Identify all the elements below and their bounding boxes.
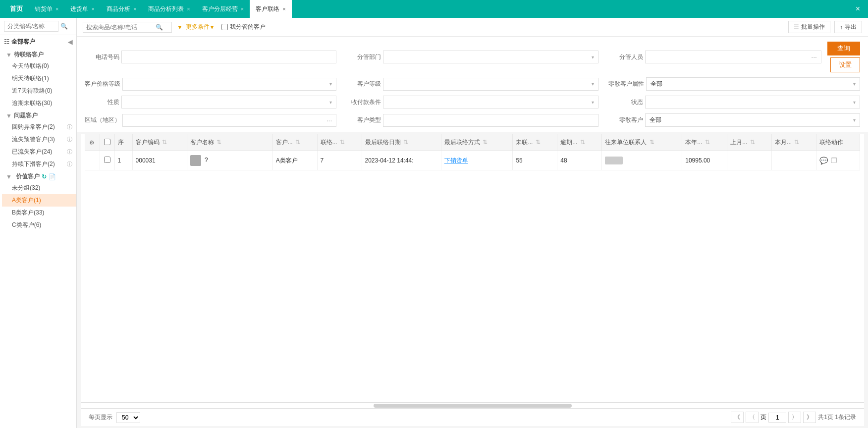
sidebar-item-today-contact[interactable]: 今天待联络(0) — [2, 60, 76, 72]
sidebar-item-week-contact[interactable]: 近7天待联络(0) — [2, 85, 76, 97]
filter-payment-select[interactable]: ▾ — [383, 96, 598, 108]
close-goods-list-icon[interactable]: × — [187, 6, 190, 12]
value-arrow-icon: ▼ — [6, 173, 12, 180]
close-customer-contact-icon[interactable]: × — [282, 6, 285, 12]
nav-item-sales[interactable]: 销货单 × — [29, 0, 64, 18]
row-checkbox[interactable] — [104, 157, 110, 163]
filter-manager-select[interactable]: ··· — [645, 51, 821, 63]
select-all-checkbox[interactable] — [104, 139, 110, 145]
filter-phone-input[interactable] — [121, 51, 336, 63]
status-arrow-icon: ▾ — [853, 100, 856, 105]
filter-status-select[interactable]: ▾ — [645, 96, 860, 108]
filter-price-select[interactable]: ▾ — [122, 78, 336, 91]
sort-year-amount-icon[interactable]: ⇅ — [705, 139, 710, 146]
filter-customer-level-select[interactable]: ▾ — [383, 78, 598, 91]
close-all-button[interactable]: × — [852, 4, 864, 13]
first-page-button[interactable]: 《 — [731, 412, 744, 423]
last-page-button[interactable]: 》 — [803, 412, 816, 423]
sidebar-collapse-icon[interactable]: ◀ — [68, 39, 72, 46]
sort-type-icon[interactable]: ⇅ — [295, 139, 300, 146]
sidebar-search-input[interactable] — [4, 21, 58, 32]
settings-button[interactable]: 设置 — [830, 57, 860, 72]
sidebar-item-tomorrow-contact[interactable]: 明天待联络(1) — [2, 72, 76, 85]
nav-item-home[interactable]: 首页 — [4, 0, 29, 18]
sort-name-icon[interactable]: ⇅ — [217, 139, 221, 146]
sidebar-search-icon[interactable]: 🔍 — [60, 23, 68, 30]
sort-last-date-icon[interactable]: ⇅ — [403, 139, 408, 146]
sort-contact-person-icon[interactable]: ⇅ — [650, 139, 654, 146]
price-arrow-icon: ▾ — [329, 81, 332, 87]
query-button[interactable]: 查询 — [827, 42, 860, 55]
sort-this-month-icon[interactable]: ⇅ — [794, 139, 799, 146]
row-last-method: 下销货单 — [441, 151, 513, 170]
page-number-input[interactable] — [768, 413, 786, 423]
page-label: 页 — [760, 413, 766, 422]
close-sales-icon[interactable]: × — [55, 6, 58, 12]
nature-arrow-icon: ▾ — [329, 100, 332, 105]
filter-search-icon[interactable]: 🔍 — [156, 24, 163, 31]
row-action: 💬 ❐ — [816, 151, 860, 170]
filter-customer-type-input[interactable] — [383, 114, 598, 127]
export-button[interactable]: ↑ 导出 — [834, 21, 862, 33]
sidebar-item-overdue-contact[interactable]: 逾期未联络(30) — [2, 97, 76, 109]
nav-item-goods-list[interactable]: 商品分析列表 × — [142, 0, 196, 18]
col-action: 联络动作 — [816, 134, 860, 151]
last-method-link[interactable]: 下销货单 — [444, 157, 468, 164]
nav-item-customer-contact[interactable]: 客户联络 × — [250, 0, 291, 18]
close-customer-layer-icon[interactable]: × — [241, 6, 244, 12]
sort-last-month-icon[interactable]: ⇅ — [750, 139, 755, 146]
value-refresh-icon[interactable]: ↻ — [42, 173, 47, 180]
sidebar-item-declining[interactable]: 持续下滑客户(2) ⓘ — [2, 158, 76, 170]
my-customer-checkbox[interactable] — [221, 24, 228, 30]
sidebar-item-a-class[interactable]: A类客户(1) — [2, 194, 76, 207]
more-filter-arrow-icon: ▾ — [211, 24, 214, 31]
total-records-text: 共1页 1条记录 — [818, 413, 856, 422]
filter-region-select[interactable]: ··· — [122, 114, 336, 127]
sort-uncontacted-icon[interactable]: ⇅ — [536, 139, 541, 146]
filter-retail-attr-select[interactable]: 全部 ▾ — [646, 77, 860, 91]
row-year-amount: 10995.00 — [682, 151, 727, 170]
close-goods-analysis-icon[interactable]: × — [133, 6, 136, 12]
sort-code-icon[interactable]: ⇅ — [162, 139, 167, 146]
col-this-month: 本月... ⇅ — [772, 134, 816, 151]
page-size-select[interactable]: 50 — [116, 412, 140, 423]
sort-last-method-icon[interactable]: ⇅ — [483, 139, 488, 146]
sidebar-item-lost[interactable]: 已流失客户(24) ⓘ — [2, 146, 76, 158]
next-page-button[interactable]: 〉 — [788, 412, 801, 423]
more-filter-button[interactable]: ▼ 更多条件 ▾ — [177, 23, 216, 31]
sidebar-all-customers[interactable]: ☷ 全部客户 ◀ — [0, 35, 76, 49]
action-icons-group: 💬 ❐ — [819, 157, 857, 164]
close-purchase-icon[interactable]: × — [91, 6, 94, 12]
sort-contact-icon[interactable]: ⇅ — [340, 139, 345, 146]
nav-item-purchase[interactable]: 进货单 × — [64, 0, 100, 18]
filter-price-label: 客户价格等级 — [85, 80, 120, 88]
row-overdue: 48 — [557, 151, 602, 170]
col-uncontacted: 未联... ⇅ — [513, 134, 557, 151]
filter-payment-label: 收付款条件 — [346, 98, 381, 107]
batch-icon: ☰ — [794, 24, 799, 31]
batch-op-button[interactable]: ☰ 批量操作 — [788, 21, 830, 33]
nav-item-goods-analysis[interactable]: 商品分析 × — [101, 0, 142, 18]
sidebar-item-c-class[interactable]: C类客户(6) — [2, 219, 76, 231]
filter-phone: 电话号码 — [85, 42, 336, 72]
value-customers-section: ▼ 价值客户 ↻ 📄 — [0, 170, 76, 182]
filter-dept-select[interactable]: ▾ — [383, 51, 598, 63]
sidebar-item-b-class[interactable]: B类客户(33) — [2, 207, 76, 219]
chat-action-icon[interactable]: 💬 — [819, 157, 828, 164]
sidebar-item-ungrouped[interactable]: 未分组(32) — [2, 182, 76, 194]
value-settings-icon[interactable]: 📄 — [49, 173, 56, 180]
filter-retail-customer-select[interactable]: 全部 ▾ — [645, 113, 860, 127]
filter-nature-select[interactable]: ▾ — [121, 96, 336, 108]
grid-action-icon[interactable]: ❐ — [831, 157, 837, 164]
info-icon-repurchase: ⓘ — [67, 123, 72, 131]
sort-overdue-icon[interactable]: ⇅ — [580, 139, 585, 146]
horizontal-scrollbar-thumb[interactable] — [374, 404, 572, 408]
table-settings-icon[interactable]: ⚙ — [89, 139, 95, 146]
prev-page-button[interactable]: 〈 — [746, 412, 759, 423]
filter-customer-type-label: 客户类型 — [346, 116, 381, 124]
row-settings-cell — [85, 151, 100, 170]
nav-item-customer-layer[interactable]: 客户分层经营 × — [196, 0, 250, 18]
sidebar-item-loss-warning[interactable]: 流失预警客户(3) ⓘ — [2, 133, 76, 146]
filter-search-input[interactable] — [86, 24, 156, 31]
sidebar-item-repurchase-abnormal[interactable]: 回购异常客户(2) ⓘ — [2, 121, 76, 133]
